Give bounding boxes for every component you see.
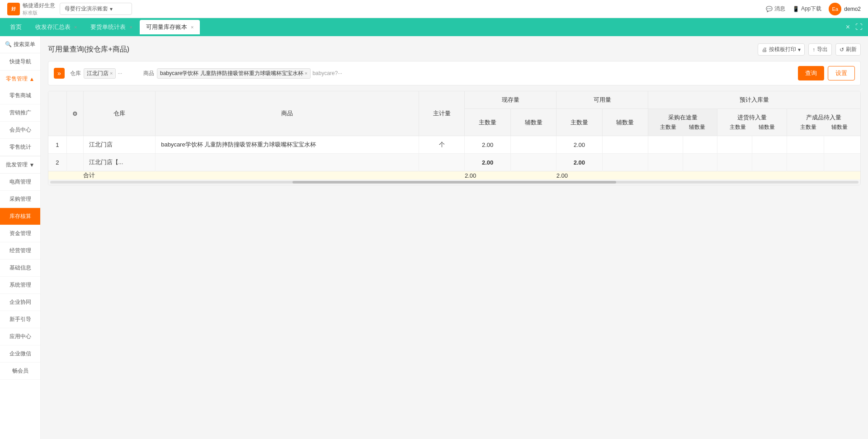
sidebar-item-operations[interactable]: 经营管理: [0, 242, 40, 260]
row-stock-aux-1: [510, 136, 556, 154]
th-stock-main: 主数量: [465, 109, 510, 136]
row-settings-1: [66, 136, 83, 154]
export-icon: ↑: [812, 47, 815, 53]
sidebar-item-vip[interactable]: 畅会员: [0, 363, 40, 380]
footer-incoming-main: [717, 171, 752, 180]
sidebar-item-wechat[interactable]: 企业微信: [0, 345, 40, 363]
footer-empty-2: [66, 171, 83, 180]
product-tag-close[interactable]: ×: [305, 71, 307, 76]
sidebar-item-basic[interactable]: 基础信息: [0, 260, 40, 277]
footer-purchase-main: [648, 171, 683, 180]
logo-text: 畅捷通好生意: [23, 2, 55, 9]
tab-home[interactable]: 首页: [4, 20, 28, 34]
row-product-1: babycare学饮杯 儿童防摔防撞吸管杯重力球吸嘴杯宝宝水杯: [156, 136, 419, 154]
tab-receive-summary[interactable]: 收发存汇总表 ×: [29, 20, 83, 34]
footer-empty-1: [48, 171, 66, 180]
scrollbar-track: [50, 181, 859, 184]
sidebar-item-retail-mall[interactable]: 零售商城: [0, 87, 40, 104]
tab-inventory-close[interactable]: ×: [191, 24, 193, 30]
scrollbar-thumb[interactable]: [292, 181, 616, 184]
th-index: [48, 91, 66, 136]
warehouse-tag-text: 江北门店: [87, 70, 108, 77]
wechat-label: 企业微信: [9, 350, 31, 357]
footer-stock-aux: [510, 171, 556, 180]
row-production-aux-2: [824, 154, 860, 171]
tab-order-stats[interactable]: 要货单统计表 ×: [84, 20, 138, 34]
footer-product: [156, 171, 419, 180]
warehouse-filter-more[interactable]: ···: [118, 70, 122, 76]
row-incoming-main-1: [717, 136, 752, 154]
th-available-aux: 辅数量: [602, 109, 648, 136]
sidebar-search[interactable]: 🔍 搜索菜单: [0, 36, 40, 53]
sidebar-item-inventory[interactable]: 库存核算: [0, 208, 40, 225]
sidebar-group-retail-header[interactable]: 零售管理 ▲: [0, 71, 40, 87]
industry-text: 母婴行业演示账套: [65, 5, 108, 13]
row-purchase-main-1: [648, 136, 683, 154]
sidebar-item-system[interactable]: 系统管理: [0, 277, 40, 294]
sidebar-item-finance[interactable]: 资金管理: [0, 225, 40, 242]
row-purchase-aux-2: [683, 154, 717, 171]
sidebar-item-collab[interactable]: 企业协同: [0, 294, 40, 311]
warehouse-filter-group: 仓库 江北门店 × ···: [70, 68, 138, 79]
row-incoming-aux-2: [752, 154, 787, 171]
template-label: 标准版: [23, 9, 55, 16]
tab-receive-label: 收发存汇总表: [35, 23, 71, 31]
operations-label: 经营管理: [9, 247, 31, 254]
tab-order-close[interactable]: ×: [129, 24, 132, 30]
table-row: 2 江北门店【... 2.00 2.00: [48, 154, 860, 171]
product-filter-more[interactable]: babycare?···: [312, 70, 342, 76]
settings-button[interactable]: 设置: [828, 66, 855, 80]
th-stock-group: 现存量: [465, 91, 557, 109]
sidebar-item-ecommerce[interactable]: 电商管理: [0, 174, 40, 191]
close-all-btn[interactable]: ×: [844, 21, 852, 33]
sidebar-item-quick-nav[interactable]: 快捷导航: [0, 53, 40, 71]
row-purchase-main-2: [648, 154, 683, 171]
sidebar-item-member[interactable]: 会员中心: [0, 122, 40, 139]
row-warehouse-1: 江北门店: [83, 136, 156, 154]
horizontal-scrollbar[interactable]: [48, 179, 860, 185]
industry-selector[interactable]: 母婴行业演示账套 ▾: [60, 3, 132, 15]
refresh-btn[interactable]: ↺ 刷新: [835, 43, 861, 56]
sidebar-item-appstore[interactable]: 应用中心: [0, 328, 40, 345]
warehouse-tag-close[interactable]: ×: [110, 71, 113, 76]
export-btn[interactable]: ↑ 导出: [808, 43, 832, 56]
wholesale-chevron-icon: ▼: [29, 162, 35, 168]
row-product-2: [156, 154, 419, 171]
footer-avail-aux: [602, 171, 648, 180]
footer-purchase-aux: [683, 171, 717, 180]
sidebar-group-wholesale: 批发管理 ▼: [0, 156, 40, 174]
inventory-table: ⚙ 仓库 商品 主计量 现存量 可用量 预计入库量 主数量 辅数量 主数量 辅数…: [48, 91, 860, 179]
sidebar-group-wholesale-header[interactable]: 批发管理 ▼: [0, 156, 40, 173]
query-button[interactable]: 查询: [798, 66, 824, 80]
retail-stats-label: 零售统计: [9, 144, 31, 150]
app-download-btn[interactable]: 📱 App下载: [793, 5, 821, 13]
message-btn[interactable]: 💬 消息: [766, 5, 785, 13]
refresh-icon: ↺: [840, 47, 844, 53]
app-icon: 📱: [793, 6, 799, 12]
print-btn[interactable]: 🖨 按模板打印 ▾: [758, 43, 805, 56]
th-settings[interactable]: ⚙: [66, 91, 83, 136]
sidebar-item-retail-stats[interactable]: 零售统计: [0, 139, 40, 156]
tab-receive-close[interactable]: ×: [74, 24, 77, 30]
warehouse-filter-label: 仓库: [70, 70, 81, 77]
tab-available-inventory[interactable]: 可用量库存账本 ×: [140, 20, 200, 34]
refresh-label: 刷新: [846, 46, 857, 53]
marketing-label: 营销推广: [9, 109, 31, 116]
row-purchase-aux-1: [683, 136, 717, 154]
row-unit-1: 个: [419, 136, 465, 154]
sidebar-item-marketing[interactable]: 营销推广: [0, 104, 40, 122]
sidebar-item-purchase[interactable]: 采购管理: [0, 191, 40, 208]
system-label: 系统管理: [9, 282, 31, 288]
row-avail-aux-2: [602, 154, 648, 171]
filter-expand-btn[interactable]: »: [54, 68, 65, 79]
logo-icon: 好: [7, 3, 20, 15]
footer-stock-main: 2.00: [465, 171, 510, 180]
th-production-group: 产成品待入量主数量辅数量: [787, 109, 860, 136]
th-incoming-group: 进货待入量主数量辅数量: [717, 109, 787, 136]
message-icon: 💬: [766, 6, 773, 12]
row-avail-main-1: 2.00: [557, 136, 602, 154]
sidebar-item-guide[interactable]: 新手引导: [0, 311, 40, 328]
fullscreen-btn[interactable]: ⛶: [854, 21, 864, 33]
th-main-unit: 主计量: [419, 91, 465, 136]
th-available-group: 可用量: [557, 91, 648, 109]
